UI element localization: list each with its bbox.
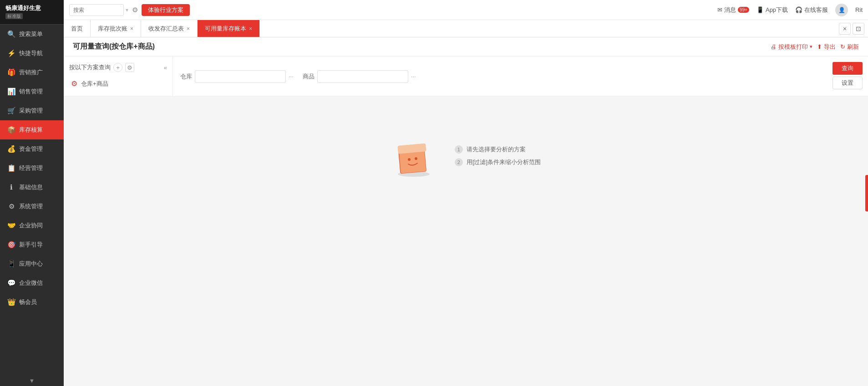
search-input[interactable] <box>69 4 124 16</box>
warehouse-input[interactable] <box>195 70 286 83</box>
sidebar-item-畅会员[interactable]: 👑畅会员 <box>0 293 64 312</box>
settings-btn[interactable]: 设置 <box>832 77 863 89</box>
main-content: ▾ ⚙ 体验行业方案 ✉ 消息 99+ 📱 App下载 🎧 在线客服 👤 Rit <box>64 0 868 386</box>
settings-scheme-btn[interactable]: ⚙ <box>125 63 134 72</box>
sidebar-item-icon: 👑 <box>7 298 15 306</box>
hint-text-1: 请先选择要分析的方案 <box>467 145 526 154</box>
query-fields: 仓库 ··· 商品 ··· <box>173 57 827 96</box>
collapse-scheme-btn[interactable]: « <box>164 64 167 71</box>
avatar[interactable]: 👤 <box>835 4 848 16</box>
username: Rit <box>855 6 863 13</box>
print-icon: 🖨 <box>771 43 777 50</box>
sidebar-item-icon: 🎁 <box>7 68 15 77</box>
sidebar-item-label: 系统管理 <box>19 202 43 211</box>
export-label: 导出 <box>824 43 836 51</box>
sidebar-item-企业微信[interactable]: 💬企业微信 <box>0 273 64 293</box>
headset-icon: 🎧 <box>795 6 802 13</box>
scheme-header: 按以下方案查询 + ⚙ « <box>64 61 173 76</box>
resize-tab-btn[interactable]: ⊡ <box>853 23 864 35</box>
gear-icon[interactable]: ⚙ <box>132 6 138 14</box>
app-download-btn[interactable]: 📱 App下载 <box>756 6 788 14</box>
phone-icon: 📱 <box>756 6 764 13</box>
online-service-btn[interactable]: 🎧 在线客服 <box>795 6 828 14</box>
sidebar-item-icon: 💬 <box>7 279 15 287</box>
tab-actions: × ⊡ <box>835 20 868 37</box>
sidebar-nav: 🔍搜索菜单⚡快捷导航🎁营销推广📊销售管理🛒采购管理📦库存核算💰资金管理📋经营管理… <box>0 25 64 376</box>
refresh-label: 刷新 <box>847 43 859 51</box>
sidebar-item-快捷导航[interactable]: ⚡快捷导航 <box>0 44 64 63</box>
product-field: 商品 ··· <box>303 70 416 83</box>
print-dropdown-icon: ▾ <box>810 44 812 50</box>
sidebar-item-icon: 📊 <box>7 87 15 96</box>
close-tab-btn[interactable]: × <box>839 23 851 35</box>
sidebar-item-应用中心[interactable]: 📱应用中心 <box>0 254 64 273</box>
tab-close-btn[interactable]: × <box>130 26 133 32</box>
empty-state: 1 请先选择要分析的方案 2 用[过滤]条件来缩小分析范围 <box>64 97 868 215</box>
sidebar-item-库存核算[interactable]: 📦库存核算 <box>0 120 64 139</box>
message-btn[interactable]: ✉ 消息 99+ <box>717 6 749 14</box>
query-btn[interactable]: 查询 <box>832 62 863 75</box>
tab-可用量库存账本[interactable]: 可用量库存账本× <box>198 20 260 37</box>
refresh-icon: ↻ <box>840 43 845 50</box>
sidebar-item-icon: 🎯 <box>7 241 15 249</box>
sidebar-item-label: 销售管理 <box>19 87 43 96</box>
sidebar-item-销售管理[interactable]: 📊销售管理 <box>0 82 64 101</box>
page-title: 可用量查询(按仓库+商品) <box>73 42 155 51</box>
sidebar-item-采购管理[interactable]: 🛒采购管理 <box>0 101 64 120</box>
tab-收发存汇总表[interactable]: 收发存汇总表× <box>141 20 198 37</box>
scheme-header-label: 按以下方案查询 <box>69 63 111 72</box>
sidebar-item-资金管理[interactable]: 💰资金管理 <box>0 139 64 159</box>
sidebar-item-企业协同[interactable]: 🤝企业协同 <box>0 216 64 235</box>
tabbar: 首页库存批次账×收发存汇总表×可用量库存账本× × ⊡ <box>64 20 868 37</box>
refresh-btn[interactable]: ↻ 刷新 <box>840 43 859 51</box>
scheme-icon: ⚙ <box>71 79 77 88</box>
sidebar-item-icon: 🛒 <box>7 107 15 115</box>
tab-close-btn[interactable]: × <box>187 26 190 32</box>
empty-hints: 1 请先选择要分析的方案 2 用[过滤]条件来缩小分析范围 <box>455 145 541 166</box>
tab-库存批次账[interactable]: 库存批次账× <box>91 20 141 37</box>
tab-首页[interactable]: 首页 <box>64 20 91 37</box>
product-input[interactable] <box>317 70 408 83</box>
empty-state-content: 1 请先选择要分析的方案 2 用[过滤]条件来缩小分析范围 <box>391 133 541 179</box>
tab-close-btn[interactable]: × <box>249 26 252 32</box>
sidebar-item-经营管理[interactable]: 📋经营管理 <box>0 159 64 178</box>
svg-point-5 <box>415 157 417 160</box>
warehouse-more-btn[interactable]: ··· <box>289 73 294 80</box>
sidebar-scroll-down[interactable]: ▼ <box>0 376 64 386</box>
content-area: 可用量查询(按仓库+商品) 🖨 按模板打印 ▾ ⬆ 导出 ↻ 刷新 <box>64 37 868 386</box>
scheme-panel: 按以下方案查询 + ⚙ « ⚙ 仓库+商品 <box>64 57 173 96</box>
message-icon: ✉ <box>717 6 722 13</box>
scheme-item-warehouse-product[interactable]: ⚙ 仓库+商品 <box>64 76 173 92</box>
tab-label: 库存批次账 <box>98 25 127 33</box>
page-actions: 🖨 按模板打印 ▾ ⬆ 导出 ↻ 刷新 <box>771 43 859 51</box>
sidebar-item-icon: 📦 <box>7 126 15 134</box>
topbar: ▾ ⚙ 体验行业方案 ✉ 消息 99+ 📱 App下载 🎧 在线客服 👤 Rit <box>64 0 868 20</box>
sidebar-item-营销推广[interactable]: 🎁营销推广 <box>0 63 64 82</box>
product-label: 商品 <box>303 72 315 81</box>
sidebar-item-label: 资金管理 <box>19 145 43 153</box>
add-scheme-btn[interactable]: + <box>113 63 122 72</box>
avatar-icon: 👤 <box>838 7 845 13</box>
sidebar-item-系统管理[interactable]: ⚙系统管理 <box>0 197 64 216</box>
warehouse-label: 仓库 <box>180 72 192 81</box>
product-more-btn[interactable]: ··· <box>411 73 416 80</box>
warehouse-field: 仓库 ··· <box>180 70 294 83</box>
trial-btn[interactable]: 体验行业方案 <box>142 4 190 16</box>
sidebar-item-基础信息[interactable]: ℹ基础信息 <box>0 178 64 197</box>
sidebar-item-icon: ⚙ <box>7 202 15 211</box>
print-btn[interactable]: 🖨 按模板打印 ▾ <box>771 43 812 51</box>
sidebar-item-新手引导[interactable]: 🎯新手引导 <box>0 235 64 254</box>
svg-point-4 <box>408 158 411 161</box>
hint-item-1: 1 请先选择要分析的方案 <box>455 145 541 154</box>
scroll-indicator <box>865 175 868 211</box>
message-label: 消息 <box>724 6 736 14</box>
tab-label: 首页 <box>71 25 83 33</box>
scheme-item-label: 仓库+商品 <box>81 80 108 88</box>
export-btn[interactable]: ⬆ 导出 <box>817 43 836 51</box>
print-label: 按模板打印 <box>778 43 808 51</box>
sidebar-item-label: 基础信息 <box>19 183 43 191</box>
sidebar-item-搜索菜单[interactable]: 🔍搜索菜单 <box>0 25 64 44</box>
sidebar-item-icon: ⚡ <box>7 49 15 57</box>
dropdown-arrow-icon[interactable]: ▾ <box>126 7 128 13</box>
tab-label: 收发存汇总表 <box>148 25 184 33</box>
